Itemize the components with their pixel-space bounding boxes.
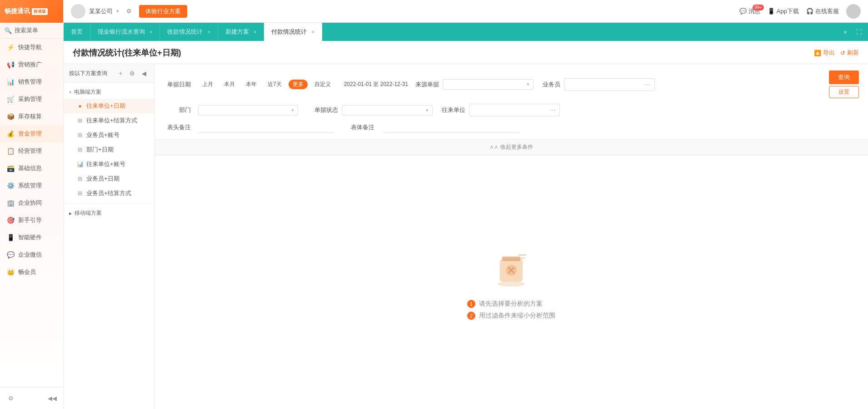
- sidebar-item-finance[interactable]: 💰 资金管理: [0, 125, 63, 142]
- svg-point-0: [498, 281, 525, 287]
- message-badge: 99+: [753, 5, 764, 10]
- dept-date-icon: ⊞: [76, 146, 84, 153]
- sidebar-search-item[interactable]: 🔍 搜索菜单: [0, 23, 63, 39]
- date-this-year-button[interactable]: 本年: [242, 79, 261, 90]
- sidebar-item-hardware[interactable]: 📱 智能硬件: [0, 229, 63, 246]
- mobile-scheme-group-title[interactable]: ▸ 移动端方案: [64, 207, 154, 220]
- date-label: 单据日期: [164, 81, 191, 89]
- unit-account-icon: 📊: [76, 161, 84, 168]
- app-badge: 标准版: [32, 8, 48, 15]
- tab-payment-stats[interactable]: 付款情况统计 ×: [264, 23, 322, 41]
- doc-status-select[interactable]: ▾: [342, 105, 433, 116]
- staff-dots-icon[interactable]: ···: [645, 81, 651, 89]
- partner-select[interactable]: ···: [469, 104, 560, 116]
- date-last-month-button[interactable]: 上月: [198, 79, 217, 90]
- app-name: 畅捷通讯: [5, 7, 30, 15]
- tabbar-actions: × ⛶: [836, 23, 868, 41]
- staff-date-icon: ⊞: [76, 175, 84, 182]
- search-label: 🔍 搜索菜单: [5, 26, 59, 35]
- quick-nav-icon: ⚡: [6, 43, 15, 51]
- source-doc-select[interactable]: ▾: [443, 79, 534, 90]
- scheme-collapse-button[interactable]: ◀: [140, 69, 149, 78]
- hardware-icon: 📱: [6, 233, 15, 242]
- search-icon: 🔍: [5, 27, 12, 34]
- sidebar-item-basic[interactable]: 🗃️ 基础信息: [0, 160, 63, 177]
- topbar-settings-button[interactable]: ⚙: [123, 5, 135, 18]
- sidebar-settings-button[interactable]: ⚙: [5, 392, 17, 404]
- message-button[interactable]: 💬 消息 99+: [739, 7, 760, 15]
- company-chevron-icon[interactable]: ▾: [116, 8, 119, 14]
- trial-button[interactable]: 体验行业方案: [139, 5, 187, 18]
- app-download-button[interactable]: 📱 App下载: [768, 7, 799, 15]
- scheme-item-staff-date[interactable]: ⊞ 业务员+日期: [64, 172, 154, 186]
- sidebar-collapse-button[interactable]: ◀◀: [46, 392, 59, 404]
- body-note-input[interactable]: [384, 122, 520, 133]
- sidebar-item-inventory[interactable]: 📦 库存核算: [0, 108, 63, 125]
- main-area: 某某公司 ▾ ⚙ 体验行业方案 💬 消息 99+ 📱 App下载 🎧 在线客服: [64, 0, 868, 409]
- partner-dots-icon[interactable]: ···: [550, 106, 556, 114]
- topbar-right: 💬 消息 99+ 📱 App下载 🎧 在线客服: [739, 4, 861, 19]
- dept-select[interactable]: ▾: [198, 105, 298, 116]
- sidebar-item-system[interactable]: ⚙️ 系统管理: [0, 177, 63, 194]
- sidebar-item-enterprise[interactable]: 🏢 企业协同: [0, 194, 63, 212]
- tab-payment-stats-close-icon[interactable]: ×: [311, 29, 314, 35]
- date-range-display: 2022-01-01 至 2022-12-31: [344, 81, 408, 88]
- query-button[interactable]: 查询: [829, 71, 859, 84]
- user-avatar[interactable]: [846, 4, 861, 19]
- scheme-item-unit-date[interactable]: ● 往来单位+日期: [64, 99, 154, 113]
- sidebar-item-purchase[interactable]: 🛒 采购管理: [0, 91, 63, 108]
- sidebar-item-guide[interactable]: 🎯 新手引导: [0, 212, 63, 229]
- date-more-button[interactable]: 更多: [289, 80, 308, 89]
- filter-row-1: 单据日期 上月 本月 本年 近7天 更多 自定义 2022-01-01 至 20…: [164, 71, 859, 98]
- scheme-add-button[interactable]: ＋: [116, 69, 125, 78]
- sidebar-item-marketing[interactable]: 📢 营销推广: [0, 56, 63, 73]
- refresh-button[interactable]: ↺ 刷新: [840, 49, 859, 57]
- sidebar-item-operation[interactable]: 📋 经营管理: [0, 142, 63, 160]
- date-last-7-days-button[interactable]: 近7天: [264, 79, 286, 90]
- source-doc-section: 来源单据 ▾: [415, 79, 534, 90]
- scheme-panel: 按以下方案查询 ＋ ⚙ ◀ ▾ 电脑端方案 ● 往来单位+日期: [64, 64, 155, 409]
- finance-icon: 💰: [6, 130, 15, 138]
- tab-receipt-stats[interactable]: 收款情况统计 ×: [160, 23, 218, 41]
- staff-select[interactable]: ···: [564, 78, 655, 91]
- date-custom-button[interactable]: 自定义: [310, 79, 335, 90]
- filter-action-buttons: 查询 设置: [829, 71, 859, 98]
- scheme-item-unit-settle[interactable]: ⊞ 往来单位+结算方式: [64, 113, 154, 128]
- refresh-icon: ↺: [840, 50, 845, 56]
- tab-close-all-button[interactable]: ×: [840, 26, 851, 37]
- content-body: 按以下方案查询 ＋ ⚙ ◀ ▾ 电脑端方案 ● 往来单位+日期: [64, 64, 868, 409]
- filter-settings-button[interactable]: 设置: [829, 86, 859, 98]
- page-actions: 🔼 导出 ↺ 刷新: [814, 49, 859, 62]
- scheme-item-staff-account[interactable]: ⊞ 业务员+账号: [64, 128, 154, 142]
- member-icon: 👑: [6, 268, 15, 276]
- header-note-input[interactable]: [198, 122, 334, 133]
- scheme-item-staff-settle[interactable]: ⊞ 业务员+结算方式: [64, 186, 154, 201]
- sidebar-item-sales[interactable]: 📊 销售管理: [0, 73, 63, 91]
- basic-icon: 🗃️: [6, 164, 15, 172]
- sidebar-item-member[interactable]: 👑 畅会员: [0, 263, 63, 281]
- scheme-item-dept-date[interactable]: ⊞ 部门+日期: [64, 142, 154, 157]
- tab-bank-flow[interactable]: 现金银行流水查询 ×: [90, 23, 160, 41]
- scheme-item-unit-account[interactable]: 📊 往来单位+账号: [64, 157, 154, 172]
- tab-new-scheme[interactable]: 新建方案 ×: [218, 23, 264, 41]
- sidebar-item-wechat[interactable]: 💬 企业微信: [0, 246, 63, 263]
- partner-section: 往来单位 ···: [442, 104, 560, 116]
- filter-rows: 单据日期 上月 本月 本年 近7天 更多 自定义 2022-01-01 至 20…: [155, 64, 868, 139]
- tab-receipt-stats-close-icon[interactable]: ×: [207, 29, 210, 35]
- tab-expand-button[interactable]: ⛶: [853, 26, 864, 37]
- date-this-month-button[interactable]: 本月: [220, 79, 239, 90]
- tab-bank-flow-close-icon[interactable]: ×: [150, 29, 152, 35]
- marketing-icon: 📢: [6, 61, 15, 69]
- enterprise-icon: 🏢: [6, 199, 15, 207]
- empty-state: 1 请先选择要分析的方案 2 用过滤条件来缩小分析范围: [155, 156, 868, 409]
- tab-home[interactable]: 首页: [64, 23, 90, 41]
- collapse-more-button[interactable]: ∧∧ 收起更多条件: [155, 139, 868, 155]
- wechat-icon: 💬: [6, 251, 15, 259]
- sidebar-logo: 畅捷通讯 标准版: [0, 0, 63, 23]
- online-service-button[interactable]: 🎧 在线客服: [806, 7, 839, 15]
- tab-new-scheme-close-icon[interactable]: ×: [254, 29, 256, 35]
- export-button[interactable]: 🔼 导出: [814, 49, 835, 57]
- sidebar-item-quick-nav[interactable]: ⚡ 快捷导航: [0, 39, 63, 56]
- scheme-settings-button[interactable]: ⚙: [128, 69, 137, 78]
- pc-scheme-group-title[interactable]: ▾ 电脑端方案: [64, 86, 154, 99]
